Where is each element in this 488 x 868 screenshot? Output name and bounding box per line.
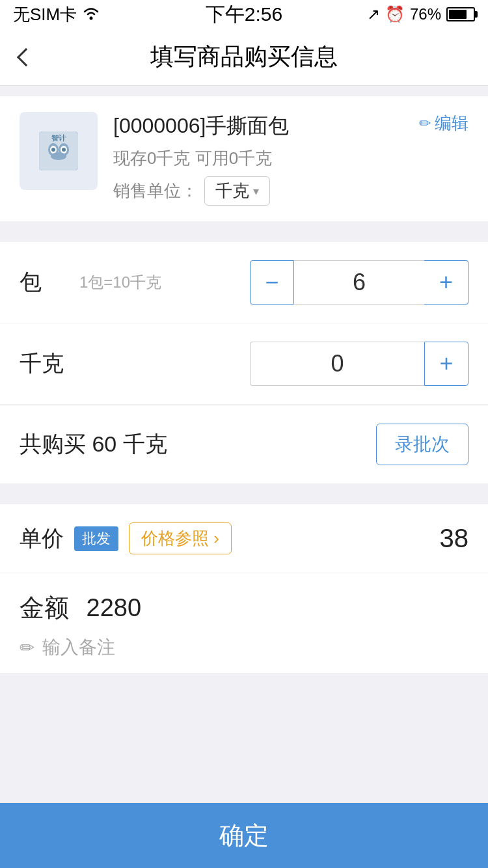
quantity-section: 包 1包=10千克 − + 千克 + 共购买 60 千克 录批次: [0, 242, 488, 483]
remark-placeholder[interactable]: 输入备注: [42, 635, 115, 660]
amount-row: 金额 2280: [20, 591, 468, 625]
kg-quantity-row: 千克 +: [0, 323, 488, 405]
amount-section: 金额 2280 ✏ 输入备注: [0, 573, 488, 673]
plus-icon: +: [439, 271, 453, 294]
product-stock: 现存0千克 可用0千克: [113, 147, 468, 170]
status-icons: ↗ ⏰ 76%: [367, 5, 475, 23]
remark-row: ✏ 输入备注: [20, 635, 468, 660]
kg-label: 千克: [20, 349, 72, 379]
status-time: 下午2:56: [206, 1, 282, 28]
battery-icon: [446, 7, 475, 21]
page-title: 填写商品购买信息: [150, 41, 338, 73]
bag-quantity-row: 包 1包=10千克 − +: [0, 242, 488, 323]
svg-point-7: [62, 148, 66, 152]
svg-point-0: [90, 16, 93, 20]
plus-icon-kg: +: [439, 352, 453, 375]
unit-selector[interactable]: 千克 ▾: [204, 176, 270, 206]
nav-bar: 填写商品购买信息: [0, 29, 488, 86]
separator-1: [0, 221, 488, 232]
amount-label: 金额: [20, 594, 69, 621]
kg-quantity-controls: +: [250, 342, 468, 386]
kg-quantity-input[interactable]: [250, 342, 424, 386]
summary-text: 共购买 60 千克: [20, 429, 167, 459]
bag-quantity-controls: − +: [250, 260, 468, 305]
amount-value: 2280: [87, 594, 142, 621]
bag-increment-button[interactable]: +: [424, 260, 468, 305]
product-details: [0000006]手撕面包 ✏ 编辑 现存0千克 可用0千克 销售单位： 千克 …: [113, 112, 468, 206]
bag-label: 包: [20, 267, 72, 297]
status-carrier: 无SIM卡: [13, 3, 100, 26]
svg-point-8: [51, 152, 66, 160]
separator-2: [0, 483, 488, 494]
back-button[interactable]: [0, 29, 52, 86]
dropdown-arrow-icon: ▾: [253, 184, 259, 198]
svg-point-6: [51, 148, 55, 152]
product-unit-row: 销售单位： 千克 ▾: [113, 176, 468, 206]
product-top-row: [0000006]手撕面包 ✏ 编辑: [113, 112, 468, 147]
summary-row: 共购买 60 千克 录批次: [0, 405, 488, 483]
price-row: 单价 批发 价格参照 › 38: [20, 522, 468, 554]
back-arrow-icon: [17, 47, 35, 66]
confirm-button[interactable]: 确定: [0, 803, 488, 868]
pencil-icon: ✏: [20, 637, 34, 658]
batch-button[interactable]: 录批次: [376, 424, 468, 465]
minus-icon: −: [265, 271, 278, 294]
location-icon: ↗: [367, 5, 380, 23]
wifi-icon: [82, 5, 100, 25]
svg-text:智计: 智计: [51, 134, 66, 142]
product-name: [0000006]手撕面包: [113, 112, 289, 141]
price-reference-button[interactable]: 价格参照 ›: [129, 522, 232, 554]
battery-percent: 76%: [410, 5, 441, 23]
alarm-icon: ⏰: [385, 5, 405, 23]
price-tag-badge: 批发: [74, 526, 118, 551]
status-bar: 无SIM卡 下午2:56 ↗ ⏰ 76%: [0, 0, 488, 29]
product-card: 智计 [0000006]手撕面包 ✏ 编辑 现存0千克 可用0千克 销售单位： …: [0, 96, 488, 221]
bag-note: 1包=10千克: [79, 272, 250, 293]
bag-decrement-button[interactable]: −: [250, 260, 294, 305]
product-image: 智计: [20, 112, 98, 190]
kg-increment-button[interactable]: +: [424, 342, 468, 386]
price-value: 38: [440, 524, 469, 553]
edit-button[interactable]: ✏ 编辑: [419, 112, 468, 135]
price-label: 单价: [20, 524, 64, 554]
product-logo: 智计: [39, 131, 78, 170]
bag-quantity-input[interactable]: [294, 260, 424, 305]
price-section: 单价 批发 价格参照 › 38: [0, 504, 488, 573]
